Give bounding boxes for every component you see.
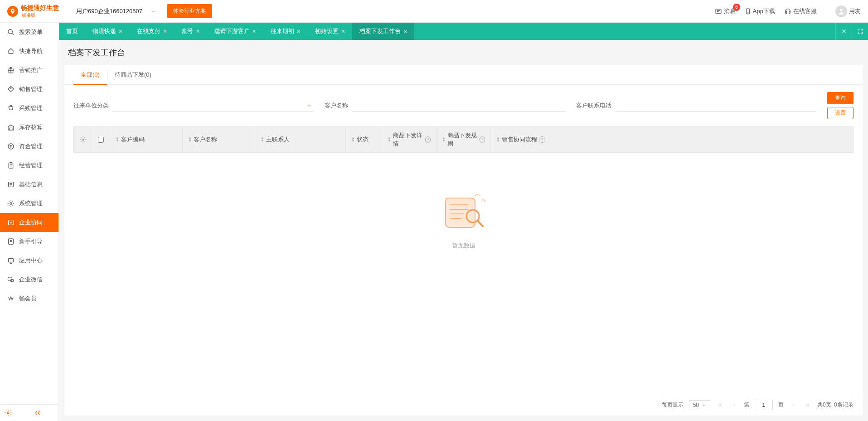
page-size-select[interactable]: 50 <box>689 400 710 410</box>
sidebar-item-tag[interactable]: 销售管理 <box>0 80 58 99</box>
search-icon <box>7 29 15 36</box>
query-button[interactable]: 查询 <box>827 92 853 104</box>
sidebar-item-collab[interactable]: 企业协同 <box>0 213 58 232</box>
page-first-button[interactable] <box>716 402 725 408</box>
column-header-name[interactable]: ▲▼ 客户名称 <box>183 127 255 152</box>
select-all-checkbox[interactable] <box>92 127 110 152</box>
settings-button[interactable] <box>0 405 29 421</box>
page-prev-button[interactable] <box>730 403 738 407</box>
column-flow-label: 销售协同流程 <box>502 135 537 144</box>
tab-0[interactable]: 首页 <box>59 23 85 40</box>
page-last-button[interactable] <box>803 402 812 408</box>
help-icon[interactable]: ? <box>539 136 545 143</box>
checkbox-input[interactable] <box>98 137 104 143</box>
sidebar-item-gear[interactable]: 系统管理 <box>0 194 58 213</box>
tab-close-icon[interactable]: × <box>403 28 407 35</box>
company-name: 用户690企业1660120507 <box>76 7 142 15</box>
svg-rect-9 <box>9 163 13 168</box>
collapse-button[interactable] <box>29 405 59 421</box>
logo-sub: 标准版 <box>22 12 59 19</box>
page-number-input[interactable] <box>755 400 773 410</box>
sidebar-item-cart[interactable]: 采购管理 <box>0 99 58 118</box>
pagination-summary: 共0页, 0条记录 <box>817 401 853 409</box>
column-header-detail[interactable]: ▲▼ 商品下发详情 ? <box>382 127 436 152</box>
filter-phone-input[interactable] <box>615 99 816 112</box>
column-header-status[interactable]: ▲▼ 状态 <box>346 127 382 152</box>
tab-close-icon[interactable]: × <box>163 28 167 35</box>
column-header-flow[interactable]: ▲▼ 销售协同流程 ? <box>491 127 853 152</box>
svg-point-7 <box>10 87 11 88</box>
help-icon[interactable]: ? <box>480 136 485 143</box>
tab-1[interactable]: 物流快递× <box>85 23 130 40</box>
tab-label: 在线支付 <box>137 27 160 35</box>
page-content: 档案下发工作台 全部(0) 待商品下发(0) 往来单位分类 <box>59 40 868 421</box>
fullscreen-button[interactable] <box>852 23 868 40</box>
online-service-label: 在线客服 <box>793 7 817 15</box>
sidebar-item-label: 库存核算 <box>19 123 43 131</box>
vip-icon <box>7 295 15 302</box>
tab-2[interactable]: 在线支付× <box>130 23 174 40</box>
messages-link[interactable]: 消息 6 <box>715 7 736 15</box>
sidebar-item-guide[interactable]: 新手引导 <box>0 232 58 251</box>
svg-point-15 <box>8 277 12 281</box>
sidebar-item-money[interactable]: 资金管理 <box>0 137 58 156</box>
cart-icon <box>7 105 15 112</box>
page-size-value: 50 <box>693 402 699 408</box>
sidebar-item-label: 企业微信 <box>19 276 43 284</box>
sidebar-item-warehouse[interactable]: 库存核算 <box>0 118 58 137</box>
sidebar-item-clipboard[interactable]: 经营管理 <box>0 156 58 175</box>
sidebar-item-gift[interactable]: 营销推广 <box>0 61 58 80</box>
sidebar-item-label: 销售管理 <box>19 85 43 93</box>
header-right: 消息 6 App下载 在线客服 用友 <box>715 5 861 17</box>
top-header: 畅捷通好生意 标准版 用户690企业1660120507 体验行业方案 消息 6… <box>0 0 868 23</box>
column-header-rule[interactable]: ▲▼ 商品下发规则 ? <box>436 127 491 152</box>
industry-plan-button[interactable]: 体验行业方案 <box>167 4 212 18</box>
tabs-bar: 首页物流快递×在线支付×账号×邀请下游客户×往来期初×初始设置×档案下发工作台× <box>59 23 868 40</box>
sort-icon: ▲▼ <box>261 137 264 142</box>
tab-label: 邀请下游客户 <box>214 27 250 35</box>
gear-icon <box>7 200 15 207</box>
per-page-label: 每页显示 <box>662 401 684 409</box>
sub-tab-all[interactable]: 全部(0) <box>73 65 107 84</box>
sidebar-item-wechat[interactable]: 企业微信 <box>0 270 58 289</box>
sidebar-item-info[interactable]: 基础信息 <box>0 175 58 194</box>
column-header-code[interactable]: ▲▼ 客户编码 <box>110 127 183 152</box>
tab-5[interactable]: 往来期初× <box>263 23 308 40</box>
tab-3[interactable]: 账号× <box>174 23 207 40</box>
sort-icon: ▲▼ <box>496 137 500 142</box>
apps-icon <box>7 257 15 264</box>
close-all-tabs-button[interactable] <box>835 23 852 40</box>
sidebar-item-home[interactable]: 快捷导航 <box>0 42 58 61</box>
tab-close-icon[interactable]: × <box>297 28 301 35</box>
sort-icon: ▲▼ <box>116 137 119 142</box>
filter-category: 往来单位分类 <box>73 100 314 111</box>
sidebar-item-apps[interactable]: 应用中心 <box>0 251 58 270</box>
tab-close-icon[interactable]: × <box>341 28 345 35</box>
column-detail-label: 商品下发详情 <box>393 131 423 148</box>
sub-tab-pending[interactable]: 待商品下发(0) <box>107 65 159 84</box>
tab-close-icon[interactable]: × <box>252 28 256 35</box>
tab-close-icon[interactable]: × <box>196 28 199 35</box>
tab-7[interactable]: 档案下发工作台× <box>352 23 414 40</box>
column-header-contact[interactable]: ▲▼ 主联系人 <box>255 127 346 152</box>
filter-name-input[interactable] <box>352 99 565 112</box>
sidebar-item-search[interactable]: 搜索菜单 <box>0 23 58 42</box>
table-header: ▲▼ 客户编码 ▲▼ 客户名称 ▲▼ 主联系人 ▲▼ <box>73 126 853 153</box>
user-menu[interactable]: 用友 <box>835 5 861 17</box>
settings-filter-button[interactable]: 设置 <box>827 107 853 119</box>
tab-4[interactable]: 邀请下游客户× <box>207 23 263 40</box>
tab-6[interactable]: 初始设置× <box>308 23 352 40</box>
company-selector[interactable]: 用户690企业1660120507 <box>71 5 161 17</box>
sidebar-item-label: 资金管理 <box>19 142 43 150</box>
online-service-link[interactable]: 在线客服 <box>784 7 817 15</box>
headset-icon <box>784 8 791 15</box>
sort-icon: ▲▼ <box>388 137 391 142</box>
sidebar-item-vip[interactable]: 畅会员 <box>0 289 58 308</box>
username: 用友 <box>849 7 861 15</box>
filter-category-select[interactable] <box>112 100 314 111</box>
help-icon[interactable]: ? <box>425 136 431 143</box>
page-next-button[interactable] <box>789 403 797 407</box>
app-download-link[interactable]: App下载 <box>745 7 775 15</box>
tab-close-icon[interactable]: × <box>119 28 122 35</box>
column-settings[interactable] <box>74 127 92 152</box>
